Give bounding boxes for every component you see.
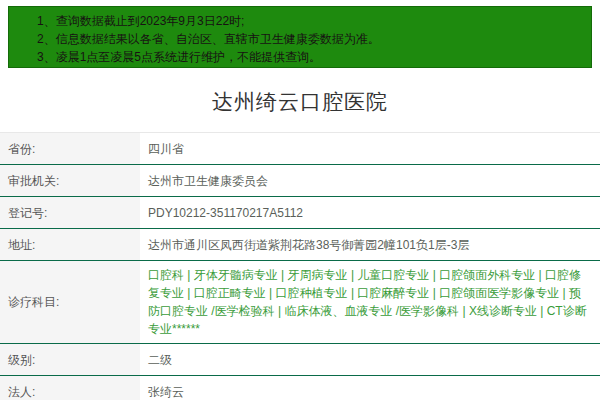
registration-number-label: 登记号: [0, 197, 140, 228]
approval-authority-label: 审批机关: [0, 165, 140, 196]
address-value: 达州市通川区凤西街道紫荆花路38号御菁园2幢101负1层-3层 [140, 229, 600, 260]
registration-number-value: PDY10212-351170217A5112 [140, 197, 600, 228]
table-row-level: 级别: 二级 [0, 344, 600, 376]
page-title: 达州绮云口腔医院 [0, 68, 600, 133]
notice-line-3: 3、凌晨1点至凌晨5点系统进行维护，不能提供查询。 [37, 48, 581, 66]
table-row-legal-person: 法人: 张绮云 [0, 376, 600, 400]
approval-authority-value: 达州市卫生健康委员会 [140, 165, 600, 196]
province-value: 四川省 [140, 133, 600, 164]
level-value: 二级 [140, 344, 600, 375]
notice-line-1: 1、查询数据截止到2023年9月3日22时; [37, 12, 581, 30]
address-label: 地址: [0, 229, 140, 260]
table-row-address: 地址: 达州市通川区凤西街道紫荆花路38号御菁园2幢101负1层-3层 [0, 229, 600, 261]
province-label: 省份: [0, 133, 140, 164]
table-row-treatment-subjects: 诊疗科目: 口腔科 | 牙体牙髓病专业 | 牙周病专业 | 儿童口腔专业 | 口… [0, 261, 600, 344]
table-row-registration-number: 登记号: PDY10212-351170217A5112 [0, 197, 600, 229]
hospital-info-table: 省份: 四川省 审批机关: 达州市卫生健康委员会 登记号: PDY10212-3… [0, 133, 600, 400]
table-row-approval-authority: 审批机关: 达州市卫生健康委员会 [0, 165, 600, 197]
treatment-subjects-value: 口腔科 | 牙体牙髓病专业 | 牙周病专业 | 儿童口腔专业 | 口腔颌面外科专… [140, 261, 600, 343]
level-label: 级别: [0, 344, 140, 375]
table-row-province: 省份: 四川省 [0, 133, 600, 165]
notice-banner: 1、查询数据截止到2023年9月3日22时; 2、信息数据结果以各省、自治区、直… [8, 6, 592, 68]
treatment-subjects-label: 诊疗科目: [0, 261, 140, 343]
legal-person-value: 张绮云 [140, 376, 600, 400]
legal-person-label: 法人: [0, 376, 140, 400]
notice-line-2: 2、信息数据结果以各省、自治区、直辖市卫生健康委数据为准。 [37, 30, 581, 48]
